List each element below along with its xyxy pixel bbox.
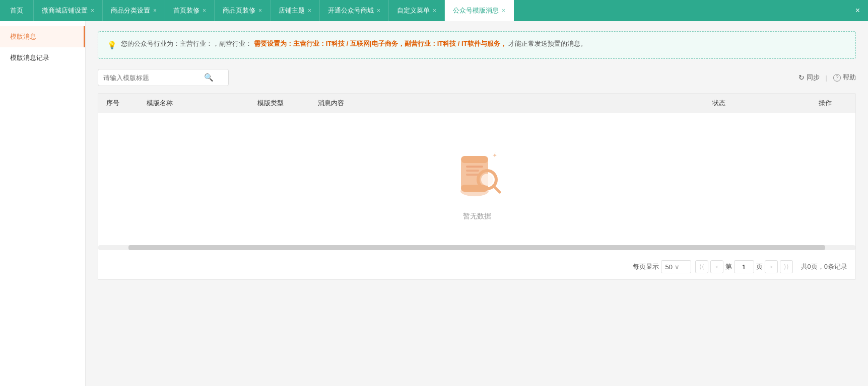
search-input[interactable] — [103, 74, 204, 82]
sync-icon: ↻ — [798, 73, 805, 82]
empty-state: ✦ · 暂无数据 — [98, 113, 855, 241]
th-seq: 序号 — [98, 99, 139, 108]
top-tab-bar: 首页 微商城店铺设置 × 商品分类设置 × 首页装修 × 商品页装修 × 店铺主… — [0, 0, 868, 21]
per-page-select: 每页显示 50 ∨ — [633, 260, 691, 273]
toolbar-right: ↻ 同步 | ? 帮助 — [798, 73, 856, 82]
next-page-button[interactable]: ＞ — [765, 260, 778, 273]
svg-text:✦: ✦ — [492, 152, 497, 159]
svg-line-9 — [493, 186, 500, 192]
th-status: 状态 — [704, 99, 795, 108]
close-wechat-store[interactable]: × — [91, 7, 94, 14]
tab-template-msg[interactable]: 公众号模版消息 × — [445, 0, 514, 21]
notice-box: 💡 您的公众号行业为：主营行业：，副营行业： 需要设置为：主营行业：IT科技 /… — [98, 31, 856, 59]
search-icon[interactable]: 🔍 — [204, 73, 214, 82]
table-header: 序号 模版名称 模版类型 消息内容 状态 操作 — [98, 94, 855, 113]
first-page-button[interactable]: ⟨⟨ — [695, 260, 708, 273]
tab-home[interactable]: 首页 — [0, 0, 34, 21]
th-content: 消息内容 — [310, 99, 704, 108]
last-page-button[interactable]: ⟩⟩ — [780, 260, 793, 273]
page-unit-label: 页 — [756, 262, 763, 271]
sidebar-item-template-record[interactable]: 模版消息记录 — [0, 47, 85, 68]
toolbar-divider: | — [826, 74, 827, 82]
close-store-theme[interactable]: × — [308, 7, 311, 14]
svg-point-8 — [481, 174, 493, 186]
notice-icon: 💡 — [107, 39, 117, 51]
page-input-wrap: 第 页 — [725, 260, 763, 273]
close-product-page[interactable]: × — [258, 7, 262, 14]
search-bar: 🔍 ↻ 同步 | ? 帮助 — [98, 69, 856, 86]
tab-home-decor[interactable]: 首页装修 × — [165, 0, 215, 21]
tab-store-theme[interactable]: 店铺主题 × — [271, 0, 320, 21]
main-layout: 模版消息 模版消息记录 💡 您的公众号行业为：主营行业：，副营行业： 需要设置为… — [0, 21, 868, 386]
page-number-input[interactable] — [734, 260, 754, 273]
tab-custom-menu[interactable]: 自定义菜单 × — [389, 0, 445, 21]
empty-illustration: ✦ · — [447, 143, 507, 204]
close-open-mall[interactable]: × — [377, 7, 380, 14]
page-label: 第 — [725, 262, 732, 271]
empty-text: 暂无数据 — [463, 212, 491, 221]
sidebar: 模版消息 模版消息记录 — [0, 21, 86, 386]
close-product-category[interactable]: × — [153, 7, 157, 14]
data-table: 序号 模版名称 模版类型 消息内容 状态 操作 — [98, 93, 856, 280]
prev-page-button[interactable]: ＜ — [710, 260, 723, 273]
tab-product-page[interactable]: 商品页装修 × — [215, 0, 271, 21]
per-page-label: 每页显示 — [633, 262, 659, 271]
notice-text: 您的公众号行业为：主营行业：，副营行业： 需要设置为：主营行业：IT科技 / 互… — [121, 39, 587, 49]
svg-text:·: · — [495, 150, 496, 155]
close-home-decor[interactable]: × — [203, 7, 206, 14]
svg-rect-5 — [466, 170, 479, 172]
tab-open-mall[interactable]: 开通公众号商城 × — [320, 0, 389, 21]
close-template-msg[interactable]: × — [502, 7, 505, 14]
page-navigation: ⟨⟨ ＜ 第 页 ＞ ⟩⟩ — [695, 260, 793, 273]
help-button[interactable]: ? 帮助 — [833, 73, 856, 82]
search-input-wrap[interactable]: 🔍 — [98, 69, 229, 86]
notice-highlight: 需要设置为：主营行业：IT科技 / 互联网|电子商务，副营行业：IT科技 / I… — [254, 40, 507, 47]
svg-rect-4 — [466, 166, 483, 168]
scroll-thumb[interactable] — [128, 245, 825, 250]
th-action: 操作 — [795, 99, 855, 108]
content-area: 💡 您的公众号行业为：主营行业：，副营行业： 需要设置为：主营行业：IT科技 /… — [86, 21, 868, 386]
dropdown-arrow-icon: ∨ — [675, 263, 680, 271]
th-name: 模版名称 — [139, 99, 249, 108]
per-page-dropdown[interactable]: 50 ∨ — [661, 260, 691, 273]
sidebar-item-template-message[interactable]: 模版消息 — [0, 26, 85, 47]
tab-wechat-store[interactable]: 微商城店铺设置 × — [34, 0, 103, 21]
th-type: 模版类型 — [249, 99, 310, 108]
horizontal-scrollbar[interactable] — [98, 245, 855, 250]
close-all-tabs-button[interactable]: × — [847, 6, 868, 15]
tab-product-category[interactable]: 商品分类设置 × — [103, 0, 165, 21]
help-icon: ? — [833, 74, 841, 82]
pagination: 每页显示 50 ∨ ⟨⟨ ＜ 第 页 ＞ ⟩⟩ — [98, 254, 855, 279]
page-total-text: 共0页，0条记录 — [801, 262, 847, 271]
svg-rect-2 — [461, 156, 488, 163]
close-custom-menu[interactable]: × — [433, 7, 436, 14]
sync-button[interactable]: ↻ 同步 — [798, 73, 820, 82]
